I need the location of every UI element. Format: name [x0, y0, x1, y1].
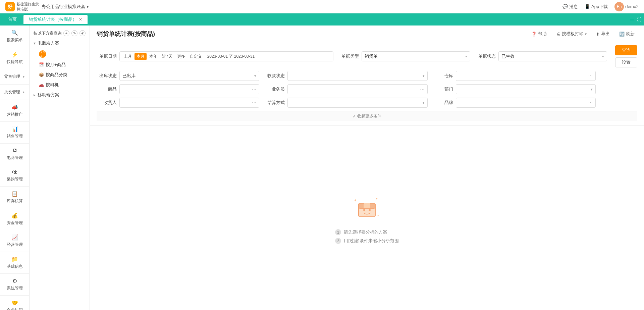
tree-node-desktop[interactable]: ▾ 电脑端方案 [30, 38, 90, 48]
inventory-icon: 📋 [11, 191, 18, 197]
tree-node-by-goods[interactable]: 按商品 [30, 48, 90, 60]
filter-panel: 按以下方案查询 + ✎ ≪ ▾ 电脑端方案 按商品 📅 按月+商品 [30, 25, 90, 310]
chevron-down-icon: ▾ [465, 54, 467, 59]
settings-button[interactable]: 设置 [615, 57, 637, 67]
ecommerce-icon: 🖥 [12, 148, 17, 154]
purchase-icon: 🛍 [12, 169, 17, 175]
date-tab-this-month[interactable]: 本月 [135, 53, 147, 60]
minimize-icon[interactable]: — [630, 17, 634, 22]
tree-node-by-month-goods[interactable]: 📅 按月+商品 [30, 60, 90, 70]
sidebar-item-inventory[interactable]: 📋 库存核算 [0, 187, 29, 208]
brand-input[interactable]: ··· [456, 98, 596, 108]
sidebar-item-purchase[interactable]: 🛍 采购管理 [0, 165, 29, 187]
page-header-top: 销货单统计表(按商品) ❓ 帮助 🖨 按模板打印 ▾ ⬆ [97, 30, 637, 41]
date-label: 单据日期 [97, 53, 117, 59]
warehouse-select[interactable]: 已出库 ▾ [119, 71, 259, 81]
driver-icon: 🚗 [39, 83, 44, 87]
chevron-down-icon: ▼ [22, 75, 25, 79]
main-layout: 🔍 搜索菜单 ⚡ 快捷导航 零售管理 ▼ 批发管理 ▲ 📣 营销推广 📊 销售管… [0, 25, 644, 310]
filter-panel-header: 按以下方案查询 + ✎ ≪ [30, 28, 90, 38]
payment-select[interactable]: ▾ [287, 71, 427, 81]
sidebar-item-collab[interactable]: 🤝 企业协同 [0, 296, 29, 310]
category-icon: 📦 [39, 72, 44, 77]
date-range-bar[interactable]: 上月 本月 本年 近7天 更多 自定义 2023-03-01 至 2023-03… [119, 51, 333, 61]
template-print-button[interactable]: 🖨 按模板打印 ▾ [553, 30, 589, 38]
message-icon: 💬 [562, 4, 568, 9]
export-button[interactable]: ⬆ 导出 [593, 30, 612, 38]
chevron-down-icon: ▾ [585, 32, 587, 36]
user-menu[interactable]: Ea demo2 [614, 2, 639, 11]
marketing-icon: 📣 [11, 104, 18, 110]
query-button[interactable]: 查询 [615, 45, 637, 55]
tree-node-mobile[interactable]: ▸ 移动端方案 [30, 90, 90, 100]
settlement-select[interactable]: ▾ [287, 98, 427, 108]
department-select[interactable]: ▾ [456, 84, 596, 94]
sidebar-item-basics[interactable]: 📁 基础信息 [0, 252, 29, 274]
sidebar-item-operations[interactable]: 📈 经营管理 [0, 230, 29, 252]
logo-area: 好 畅捷通好生意 标准版 [5, 2, 39, 11]
system-icon: ⚙ [12, 278, 17, 284]
storage-input[interactable]: ··· [456, 71, 596, 81]
warehouse-label: 出库状态 [97, 73, 117, 79]
svg-point-4 [369, 209, 371, 211]
sidebar-item-marketing[interactable]: 📣 营销推广 [0, 100, 29, 122]
tab-home[interactable]: 首页 [3, 15, 22, 24]
sidebar-item-quick-nav[interactable]: ⚡ 快捷导航 [0, 47, 29, 69]
date-tab-more[interactable]: 更多 [175, 53, 187, 60]
maximize-icon[interactable]: ⛶ [637, 17, 641, 22]
edit-scheme-button[interactable]: ✎ [71, 30, 77, 36]
chevron-down-icon: ▾ [602, 54, 604, 59]
storage-field: 仓库 ··· [433, 71, 596, 81]
svg-rect-2 [364, 203, 370, 208]
app-download-button[interactable]: 📱 App下载 [585, 4, 608, 10]
svg-point-3 [363, 209, 365, 211]
sidebar-item-wholesale[interactable]: 批发管理 ▲ [0, 85, 29, 100]
sidebar-item-search[interactable]: 🔍 搜索菜单 [0, 25, 29, 47]
sidebar-item-finance[interactable]: 💰 资金管理 [0, 208, 29, 230]
salesperson-input[interactable]: ··· [287, 84, 427, 94]
sidebar-item-system[interactable]: ⚙ 系统管理 [0, 274, 29, 296]
filter-row-1: 单据日期 上月 本月 本年 近7天 更多 自定义 2023-03-01 至 20… [97, 45, 637, 67]
svg-text:✦: ✦ [377, 214, 379, 217]
date-tab-last-month[interactable]: 上月 [122, 53, 134, 60]
chevron-down-icon: ▾ [423, 101, 425, 105]
tip-num-1: 1 [335, 229, 341, 235]
dots-icon: ··· [252, 86, 256, 92]
sales-icon: 📊 [11, 126, 18, 132]
goods-input[interactable]: ··· [119, 84, 259, 94]
filter-row-2: 出库状态 已出库 ▾ 收款状态 ▾ 仓库 [97, 71, 637, 81]
add-scheme-button[interactable]: + [63, 30, 69, 36]
tab-bar-actions: — ⛶ [630, 17, 641, 22]
date-tab-custom[interactable]: 自定义 [188, 53, 204, 60]
page-header-actions: ❓ 帮助 🖨 按模板打印 ▾ ⬆ 导出 🔄 [529, 30, 637, 38]
collapse-panel-button[interactable]: ≪ [79, 30, 86, 36]
doc-status-select[interactable]: 已生效 ▾ [498, 51, 607, 61]
company-selector[interactable]: 办公用品行业模拟账套 ▾ [42, 4, 89, 10]
refresh-button[interactable]: 🔄 刷新 [616, 30, 637, 38]
collapse-bar[interactable]: ∧ 收起更多条件 [97, 111, 637, 121]
active-indicator: 按商品 [39, 50, 46, 58]
doc-type-select[interactable]: 销货单 ▾ [362, 51, 470, 61]
export-icon: ⬆ [596, 32, 600, 37]
tab-sales-stats[interactable]: 销货单统计表（按商品） ✕ [23, 15, 88, 24]
salesperson-label: 业务员 [265, 86, 285, 92]
doc-type-label: 单据类型 [339, 53, 359, 59]
message-button[interactable]: 💬 消息 [562, 4, 578, 10]
tree-node-by-driver[interactable]: 🚗 按司机 [30, 80, 90, 90]
date-tab-7days[interactable]: 近7天 [160, 53, 174, 60]
payment-field: 收款状态 ▾ [265, 71, 427, 81]
tab-close-icon[interactable]: ✕ [79, 17, 82, 22]
empty-illustration: ✦ ✦ ✦ [350, 192, 384, 225]
date-tab-this-year[interactable]: 本年 [147, 53, 159, 60]
sidebar-item-retail[interactable]: 零售管理 ▼ [0, 69, 29, 85]
empty-tips: 1 请先选择要分析的方案 2 用[过滤]条件来缩小分析范围 [335, 229, 398, 244]
sidebar-item-sales[interactable]: 📊 销售管理 [0, 122, 29, 144]
help-icon: ❓ [531, 32, 537, 37]
sidebar-item-ecommerce[interactable]: 🖥 电商管理 [0, 144, 29, 165]
receiver-input[interactable]: ··· [119, 98, 259, 108]
help-button[interactable]: ❓ 帮助 [529, 30, 549, 38]
action-buttons: 查询 设置 [615, 45, 637, 67]
brand-field: 品牌 ··· [433, 98, 596, 108]
tree-node-by-category[interactable]: 📦 按商品分类 [30, 70, 90, 80]
date-tabs: 上月 本月 本年 近7天 更多 自定义 [122, 53, 204, 60]
